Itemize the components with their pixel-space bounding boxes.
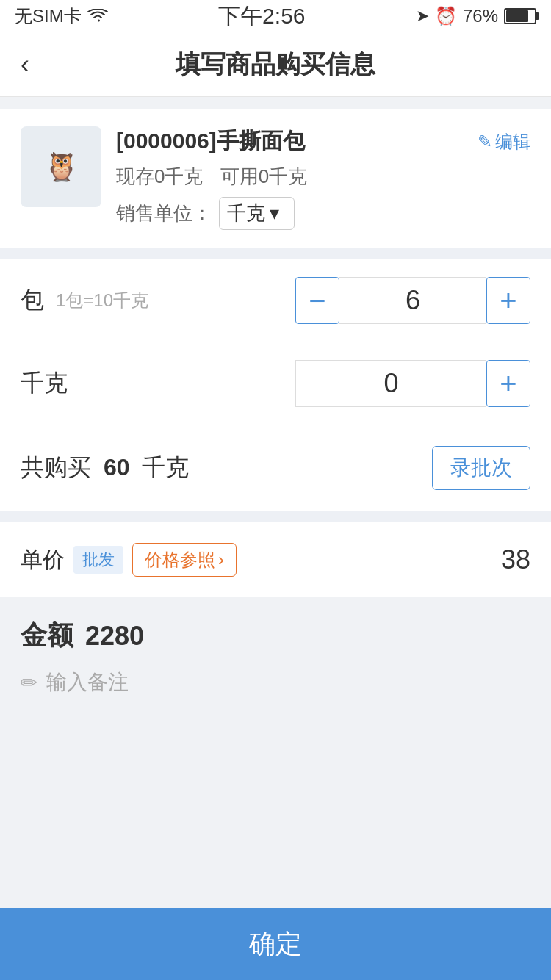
- back-button[interactable]: ‹: [21, 49, 29, 80]
- status-left: 无SIM卡: [15, 4, 108, 28]
- nav-bar: ‹ 填写商品购买信息: [0, 32, 551, 97]
- price-ref-button[interactable]: 价格参照 ›: [132, 543, 237, 577]
- kg-label: 千克: [21, 367, 295, 400]
- package-input-row: 包 1包=10千克 − +: [0, 259, 551, 342]
- separator-2: [0, 511, 551, 522]
- package-label: 包: [21, 284, 44, 317]
- price-tag: 批发: [73, 546, 123, 574]
- package-plus-button[interactable]: +: [486, 277, 530, 324]
- package-label-group: 包 1包=10千克: [21, 284, 295, 317]
- remark-placeholder: 输入备注: [46, 669, 129, 696]
- total-row: 共购买 60 千克 录批次: [0, 425, 551, 511]
- status-right: ➤ ⏰ 76%: [416, 6, 536, 26]
- page-title: 填写商品购买信息: [176, 48, 375, 82]
- location-icon: ➤: [416, 7, 429, 26]
- status-bar: 无SIM卡 下午2:56 ➤ ⏰ 76%: [0, 0, 551, 32]
- alarm-icon: ⏰: [435, 6, 457, 26]
- confirm-button[interactable]: 确定: [0, 908, 551, 980]
- edit-icon: ✎: [478, 131, 492, 152]
- price-label: 单价: [21, 545, 65, 575]
- product-thumbnail: 🦉: [21, 126, 101, 207]
- amount-section: 金额 2280 ✏ 输入备注: [0, 597, 551, 708]
- product-name: [0000006]手撕面包: [116, 126, 305, 156]
- amount-label: 金额: [21, 618, 73, 654]
- price-value: 38: [501, 544, 530, 575]
- amount-row: 金额 2280: [21, 618, 530, 654]
- kg-quantity-input[interactable]: [295, 360, 486, 407]
- product-name-row: [0000006]手撕面包 ✎ 编辑: [116, 126, 530, 156]
- product-info: [0000006]手撕面包 ✎ 编辑 现存0千克 可用0千克 销售单位： 千克 …: [116, 126, 530, 230]
- carrier-label: 无SIM卡: [15, 4, 82, 28]
- kg-input-row: 千克 +: [0, 342, 551, 425]
- package-hint: 1包=10千克: [56, 289, 148, 312]
- total-text: 共购买 60 千克: [21, 452, 189, 484]
- bottom-area: [0, 708, 551, 929]
- wifi-icon: [87, 9, 108, 24]
- price-ref-arrow: ›: [218, 550, 224, 570]
- battery-icon: [504, 8, 536, 24]
- price-left: 单价 批发 价格参照 ›: [21, 543, 237, 577]
- battery-percent: 76%: [463, 6, 498, 26]
- product-unit-row: 销售单位： 千克 ▾: [116, 197, 530, 230]
- batch-button[interactable]: 录批次: [432, 446, 530, 490]
- pencil-icon: ✏: [21, 671, 37, 695]
- unit-select[interactable]: 千克 ▾: [219, 197, 295, 230]
- edit-button[interactable]: ✎ 编辑: [478, 130, 530, 154]
- product-card: 🦉 [0000006]手撕面包 ✎ 编辑 现存0千克 可用0千克 销售单位： 千…: [0, 109, 551, 248]
- price-section: 单价 批发 价格参照 › 38: [0, 522, 551, 597]
- kg-quantity-control: +: [295, 360, 530, 407]
- remark-row[interactable]: ✏ 输入备注: [21, 669, 530, 696]
- package-minus-button[interactable]: −: [295, 277, 339, 324]
- package-quantity-input[interactable]: [339, 277, 486, 324]
- time-display: 下午2:56: [218, 1, 305, 32]
- chevron-down-icon: ▾: [270, 202, 279, 225]
- kg-plus-button[interactable]: +: [486, 360, 530, 407]
- package-quantity-control: − +: [295, 277, 530, 324]
- product-thumb-icon: 🦉: [44, 151, 79, 183]
- separator-1: [0, 248, 551, 259]
- input-section: 包 1包=10千克 − + 千克 +: [0, 259, 551, 425]
- amount-value: 2280: [85, 621, 144, 652]
- product-stock: 现存0千克 可用0千克: [116, 164, 530, 190]
